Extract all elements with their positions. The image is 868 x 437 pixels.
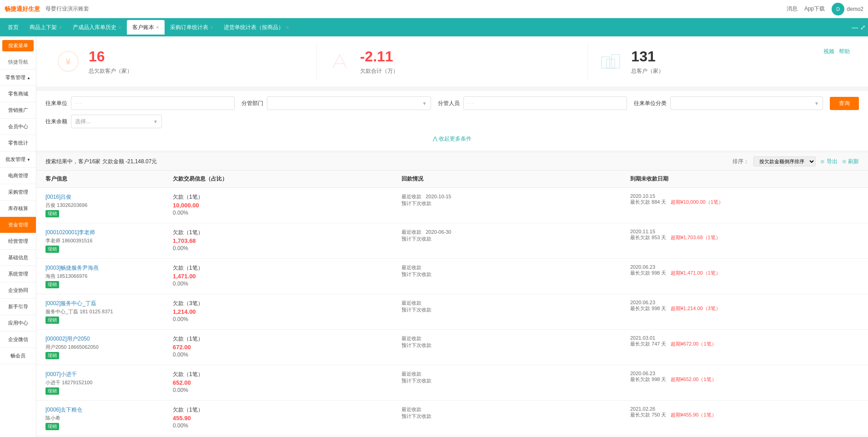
sidebar-newbie-label: 新手引导 [8, 304, 28, 309]
customer-link[interactable]: [0003]畅捷服务尹海燕 [45, 265, 99, 271]
last-payment: 最近收款 [401, 300, 630, 306]
sidebar-item-member[interactable]: 会员中心 [0, 119, 36, 135]
help-btn[interactable]: 帮助 [839, 48, 850, 55]
customer-link[interactable]: [0007]小进千 [45, 371, 77, 377]
sort-select[interactable]: 按欠款金额倒序排序 [753, 156, 816, 166]
nav-minimize[interactable]: — [852, 24, 858, 31]
customer-code-name[interactable]: [000002]用户2050 [45, 335, 173, 343]
customer-link[interactable]: [0001020001]李老师 [45, 229, 95, 236]
sidebar-search-btn[interactable]: 搜索菜单 [2, 40, 34, 51]
tab-purchase-stats[interactable]: 采购订单统计表 × [165, 20, 219, 35]
sidebar-item-batch-mgmt[interactable]: 批发管理 ▼ [0, 151, 36, 168]
unit-type-input[interactable]: ▼ [670, 96, 823, 110]
overdue-link[interactable]: 超期¥1,703.68（1笔） [671, 235, 721, 240]
customer-code-name[interactable]: [0003]畅捷服务尹海燕 [45, 264, 173, 272]
refresh-btn[interactable]: ⊙ 刷新 [842, 158, 859, 166]
debt-amount[interactable]: 1,703.68 [173, 237, 401, 244]
sidebar-item-enterprise[interactable]: 企业协同 [0, 282, 36, 299]
data-table: 客户信息 欠款交易信息（占比） 回款情况 到期未收款日期 [0016]吕俊 吕俊… [36, 171, 868, 437]
debt-cell: 欠款（1笔） 672.00 0.00% [173, 335, 401, 359]
tab-product-off[interactable]: 商品上下架 × [24, 20, 67, 35]
debt-amount[interactable]: 1,214.00 [173, 308, 401, 315]
tab-customer-account-label: 客户账本 [132, 24, 154, 31]
sidebar-item-ecommerce[interactable]: 电商管理 [0, 168, 36, 184]
avatar-area[interactable]: D demo2 [832, 3, 863, 15]
customer-link[interactable]: [0002]服务中心_丁磊 [45, 300, 96, 306]
overdue-link[interactable]: 超期¥10,000.00（1笔） [671, 199, 723, 205]
sidebar-ecommerce-label: 电商管理 [8, 173, 28, 178]
debt-amount[interactable]: 10,000.00 [173, 202, 401, 209]
tab-product-history-close[interactable]: × [119, 25, 121, 30]
video-btn[interactable]: 视频 [823, 48, 834, 55]
sidebar-item-purchase[interactable]: 采购管理 [0, 184, 36, 201]
tab-purchase-stats-close[interactable]: × [211, 25, 213, 30]
customer-code-name[interactable]: [0007]小进千 [45, 371, 173, 378]
sidebar-operations-label: 经营管理 [8, 238, 28, 244]
sidebar-quick-nav[interactable]: 快捷导航 [0, 55, 36, 70]
overdue-link[interactable]: 超期¥672.00（1笔） [671, 341, 717, 347]
overdue-link[interactable]: 超期¥455.90（1笔） [671, 412, 717, 417]
sidebar-finance-label: 资金管理 [8, 222, 28, 227]
customer-link[interactable]: [0006]去下粮仓 [45, 407, 82, 413]
debt-amount[interactable]: 1,471.00 [173, 273, 401, 280]
sidebar-item-finance[interactable]: 资金管理 [0, 217, 36, 233]
customer-badge: 现销 [45, 281, 59, 288]
tab-product-history[interactable]: 产成品入库单历史 × [67, 20, 127, 35]
source-unit-input[interactable]: ··· [71, 96, 235, 110]
sidebar-item-retail-mgmt[interactable]: 零售管理 ▲ [0, 70, 36, 86]
customer-link[interactable]: [000002]用户2050 [45, 336, 90, 342]
dept-input[interactable]: ▼ [267, 96, 431, 110]
tab-product-off-label: 商品上下架 [30, 24, 57, 31]
sidebar-item-retail-stats[interactable]: 零售统计 [0, 135, 36, 151]
debt-amount[interactable]: 455.90 [173, 415, 401, 422]
debt-percent: 0.00% [173, 281, 401, 287]
sidebar-item-newbie[interactable]: 新手引导 [0, 299, 36, 315]
sidebar-item-marketing[interactable]: 营销推广 [0, 102, 36, 119]
customer-code-name[interactable]: [0002]服务中心_丁磊 [45, 300, 173, 307]
stat-card-debt-customers: ¥ 16 总欠款客户（家） [45, 43, 317, 80]
sidebar-item-app-center[interactable]: 应用中心 [0, 315, 36, 332]
customer-code-name[interactable]: [0001020001]李老师 [45, 229, 173, 236]
tab-home[interactable]: 首页 [2, 20, 24, 35]
person-input[interactable]: ··· [463, 96, 627, 110]
last-payment-label: 最近收款 [401, 265, 421, 270]
stat-number-debt-customers: 16 [89, 48, 307, 65]
sidebar-item-wechat[interactable]: 企业微信 [0, 332, 36, 348]
sidebar-item-basic-info[interactable]: 基础信息 [0, 250, 36, 266]
debt-amount[interactable]: 652.00 [173, 379, 401, 386]
debt-percent: 0.00% [173, 352, 401, 358]
tab-product-off-close[interactable]: × [59, 25, 62, 30]
tab-purchase-product-stats[interactable]: 进货单统计表（按商品） × [218, 20, 294, 35]
sidebar-item-retail-mall[interactable]: 零售商城 [0, 86, 36, 102]
overdue-link[interactable]: 超期¥1,214.00（3笔） [671, 306, 721, 311]
message-btn[interactable]: 消息 [787, 5, 798, 13]
tab-purchase-product-stats-close[interactable]: × [286, 25, 289, 30]
debt-cell: 欠款（1笔） 652.00 0.00% [173, 371, 401, 395]
balance-input[interactable]: 选择... ▼ [71, 115, 162, 128]
export-btn[interactable]: ⊙ 导出 [820, 158, 837, 166]
return-cell: 最近收款 2020-10-15 预计下次收款 [401, 193, 630, 217]
next-payment: 预计下次收款 [401, 271, 630, 278]
customer-code-name[interactable]: [0006]去下粮仓 [45, 406, 173, 414]
overdue-link[interactable]: 超期¥1,471.00（1笔） [671, 270, 721, 276]
customer-link[interactable]: [0016]吕俊 [45, 194, 71, 200]
sidebar-item-system[interactable]: 系统管理 [0, 266, 36, 282]
sidebar-item-operations[interactable]: 经营管理 [0, 233, 36, 250]
stat-number-total-customers: 131 [631, 48, 817, 65]
debt-amount[interactable]: 672.00 [173, 344, 401, 351]
collapse-btn[interactable]: ⋀ 收起更多条件 [45, 133, 859, 145]
overdue-link[interactable]: 超期¥652.00（1笔） [671, 377, 717, 382]
app-download-btn[interactable]: App下载 [804, 5, 825, 13]
tab-customer-account-close[interactable]: × [156, 25, 159, 30]
tab-customer-account[interactable]: 客户账本 × [127, 20, 165, 35]
customer-code-name[interactable]: [0016]吕俊 [45, 193, 173, 201]
sidebar-item-inventory[interactable]: 库存核算 [0, 201, 36, 217]
sidebar-item-member-vip[interactable]: 畅会员 [0, 348, 36, 364]
nav-maximize[interactable]: ⤢ [860, 24, 866, 31]
due-date: 2020.11.15 [630, 229, 859, 234]
search-button[interactable]: 查询 [830, 97, 859, 110]
due-date: 2020.06.23 [630, 300, 859, 305]
stat-label-debt-customers: 总欠款客户（家） [89, 67, 307, 75]
balance-label: 往来余额 [45, 118, 67, 126]
table-row: [0006]去下粮仓 陈小希 现销 欠款（1笔） 455.90 0.00% 最近… [36, 401, 868, 436]
